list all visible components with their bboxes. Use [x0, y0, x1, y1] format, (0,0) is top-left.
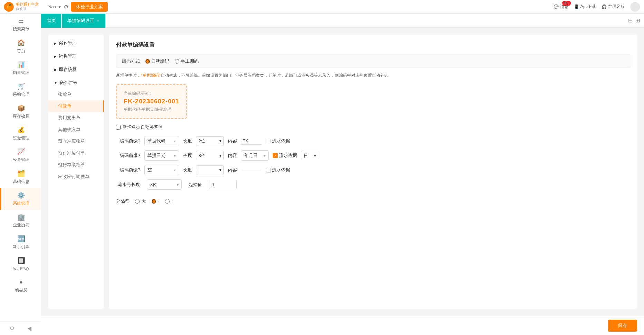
- app-download-item[interactable]: 📱 App下载: [574, 4, 596, 10]
- prefix2-length-value: 8位: [199, 153, 205, 159]
- service-icon: 🎧: [602, 4, 607, 9]
- manual-encode-radio-label[interactable]: 手工编码: [175, 58, 199, 64]
- brand-icon: 🍊: [4, 2, 14, 12]
- manual-encode-radio[interactable]: [175, 59, 179, 64]
- prefix2-label: 编码前缀2: [116, 152, 140, 159]
- prefix1-content-label: 内容: [228, 138, 237, 144]
- tab-expand-icon[interactable]: ⊞: [635, 17, 640, 24]
- layout: ☰ 搜索菜单 🏠 首页 📊 销售管理 🛒 采购管理 📦 库存核算 💰 资金管理 …: [0, 14, 644, 335]
- sidebar-item-finance[interactable]: 💰 资金管理: [0, 123, 41, 145]
- sep-none-label[interactable]: 无: [135, 198, 146, 204]
- auto-encode-label: 自动编码: [151, 58, 169, 64]
- prefix1-select[interactable]: 单据代码 ▾: [144, 136, 179, 146]
- prefix3-serial-follow-checkbox[interactable]: [266, 168, 271, 173]
- auto-fill-label: 新增单据自动补空号: [123, 124, 163, 130]
- prefix2-select[interactable]: 单据日期 ▾: [144, 150, 179, 161]
- serial-length-value: 3位: [150, 182, 157, 188]
- prefix3-length-select[interactable]: ▾: [196, 165, 224, 175]
- sep-dot-text: ·: [158, 199, 160, 204]
- tab-serial-label: 单据编码设置: [67, 18, 94, 24]
- user-avatar[interactable]: [630, 2, 640, 12]
- tab-home[interactable]: 首页: [41, 14, 62, 28]
- tab-minimize-icon[interactable]: ⊟: [628, 17, 633, 24]
- preview-label: 当前编码示例：: [124, 91, 179, 96]
- prefix2-length-select[interactable]: 8位 ▾: [196, 151, 224, 160]
- app-label: App下载: [580, 4, 596, 10]
- prefix3-serial-follow: 流水依据: [266, 167, 290, 173]
- sidebar-item-search[interactable]: ☰ 搜索菜单: [0, 14, 41, 36]
- sub-group-sales-title[interactable]: ▶ 销售管理: [48, 50, 104, 62]
- sub-sidebar-item-adj[interactable]: 应收应付调整单: [48, 171, 104, 183]
- tab-serial-setting[interactable]: 单据编码设置 ✕: [62, 14, 106, 28]
- sidebar-item-member[interactable]: ♦ 畅会员: [0, 275, 41, 297]
- message-item[interactable]: 💬 消息 99+: [554, 4, 568, 10]
- info-note: 新增单据时，*单据编码*自动生成，不可编辑。前缀设置为部门、业务员等档案类，开单…: [116, 72, 630, 79]
- sidebar-item-system[interactable]: ⚙️ 系统管理: [0, 188, 41, 210]
- sidebar-item-sales[interactable]: 📊 销售管理: [0, 57, 41, 79]
- sidebar: ☰ 搜索菜单 🏠 首页 📊 销售管理 🛒 采购管理 📦 库存核算 💰 资金管理 …: [0, 14, 41, 335]
- auto-fill-checkbox[interactable]: [116, 125, 121, 130]
- sep-dot2-radio[interactable]: [165, 199, 170, 204]
- auto-encode-radio[interactable]: [145, 59, 150, 64]
- sub-sidebar-item-pre-pay[interactable]: 预付冲应付单: [48, 147, 104, 159]
- prefix2-day-select[interactable]: 日 ▾: [301, 151, 318, 160]
- sub-group-stock-title[interactable]: ▶ 库存核算: [48, 64, 104, 75]
- save-button[interactable]: 保存: [608, 320, 637, 332]
- prefix2-length-label: 长度: [183, 152, 192, 159]
- settings-icon[interactable]: ⚙: [64, 3, 68, 10]
- sub-sidebar-item-receipt[interactable]: 收款单: [48, 89, 104, 100]
- sub-sidebar-item-payment[interactable]: 付款单: [48, 100, 104, 112]
- prefix2-value: 单据日期: [147, 152, 165, 159]
- sep-none-radio[interactable]: [135, 199, 140, 204]
- sidebar-item-stock[interactable]: 📦 库存核算: [0, 101, 41, 123]
- prefix2-content-select[interactable]: 年月日 ▾: [241, 150, 269, 161]
- prefix1-row: 编码前缀1 单据代码 ▾ 长度 2位 ▾ 内容 FK: [116, 136, 630, 146]
- prefix3-content-label: 内容: [228, 167, 237, 173]
- sidebar-collapse-icon[interactable]: ◀: [27, 325, 31, 332]
- dropdown-btn[interactable]: Nare ▾: [48, 4, 61, 9]
- member-icon: ♦: [19, 279, 22, 286]
- brand-sub: 旗舰版: [16, 7, 39, 11]
- page-content: 付款单编码设置 编码方式 自动编码 手工编码 新增单据时，*单据编码*自动生成: [109, 35, 637, 309]
- sidebar-item-base[interactable]: 🗂️ 基础信息: [0, 166, 41, 188]
- sep-dot2-label[interactable]: ·: [165, 199, 173, 204]
- chevron-down-icon: ▾: [219, 153, 221, 158]
- chevron-down-icon: ▾: [264, 154, 266, 158]
- sidebar-item-label: 库存核算: [13, 113, 29, 119]
- trial-button[interactable]: 体验行业方案: [71, 2, 108, 12]
- sub-group-fund-title[interactable]: ▼ 资金往来: [48, 77, 104, 89]
- sep-dot-label[interactable]: ·: [152, 199, 160, 204]
- sidebar-item-home[interactable]: 🏠 首页: [0, 36, 41, 57]
- serial-length-select[interactable]: 3位 ▾: [147, 179, 182, 190]
- encoding-mode-bar: 编码方式 自动编码 手工编码: [116, 54, 630, 68]
- sidebar-settings-icon[interactable]: ⚙: [10, 325, 15, 332]
- sep-dot-radio[interactable]: [152, 199, 156, 204]
- sub-sidebar-item-other-income[interactable]: 其他收入单: [48, 124, 104, 136]
- serial-row: 流水号长度 3位 ▾ 起始值: [116, 179, 630, 190]
- sidebar-item-label: 畅会员: [15, 287, 27, 293]
- sub-sidebar-item-bank[interactable]: 银行存取款单: [48, 159, 104, 171]
- prefix1-length-select[interactable]: 2位 ▾: [196, 136, 224, 146]
- prefix2-serial-follow-checkbox[interactable]: ✓: [273, 153, 278, 158]
- sub-sidebar-item-expense[interactable]: 费用支出单: [48, 112, 104, 124]
- sidebar-item-guide[interactable]: 🆕 新手引导: [0, 232, 41, 253]
- sidebar-item-apps[interactable]: 🔲 应用中心: [0, 253, 41, 275]
- prefix3-select[interactable]: 空 ▾: [144, 165, 179, 175]
- sidebar-item-ops[interactable]: 📈 经营管理: [0, 145, 41, 166]
- prefix3-content-value: [241, 169, 262, 171]
- tab-close-icon[interactable]: ✕: [96, 18, 100, 23]
- sidebar-item-corp[interactable]: 🏢 企业协同: [0, 210, 41, 232]
- sidebar-item-label: 系统管理: [13, 201, 29, 206]
- serial-start-label: 起始值: [189, 182, 202, 188]
- serial-start-input[interactable]: [209, 180, 237, 189]
- chevron-down-icon: ▾: [314, 153, 316, 158]
- prefix1-serial-follow-checkbox[interactable]: [266, 139, 271, 143]
- auto-encode-radio-label[interactable]: 自动编码: [145, 58, 169, 64]
- sub-group-purchase-title[interactable]: ▶ 采购管理: [48, 37, 104, 49]
- online-service-item[interactable]: 🎧 在线客服: [602, 4, 625, 10]
- prefix2-serial-follow: ✓ 流水依据: [273, 152, 297, 159]
- top-bar-right: 💬 消息 99+ 📱 App下载 🎧 在线客服: [554, 2, 640, 12]
- base-icon: 🗂️: [17, 170, 25, 177]
- sub-sidebar-item-pre-collect[interactable]: 预收冲应收单: [48, 136, 104, 147]
- sidebar-item-purchase[interactable]: 🛒 采购管理: [0, 79, 41, 101]
